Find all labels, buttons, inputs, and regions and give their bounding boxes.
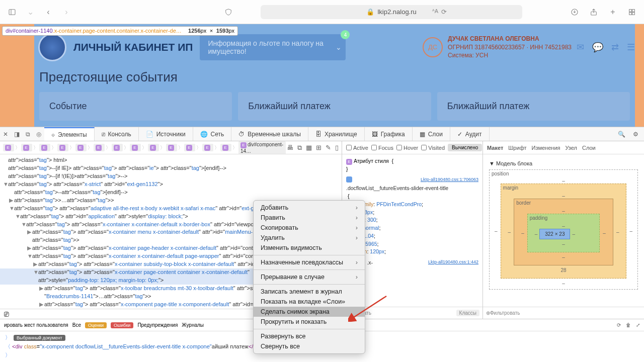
reload-icon[interactable]: ⟳ (441, 8, 447, 16)
context-menu-item[interactable]: Править› (254, 213, 365, 223)
share-icon[interactable] (588, 6, 600, 18)
context-menu-item[interactable]: Сделать снимок экрана (254, 307, 365, 317)
context-menu-item[interactable]: Прерывание в случае› (254, 272, 365, 282)
screen-icon[interactable]: ▦ (306, 144, 312, 152)
site-title: ЛИЧНЫЙ КАБИНЕТ ИП (73, 41, 193, 53)
tab-elements[interactable]: ⟐Элементы (44, 127, 95, 141)
user-meta: ДУЧАК СВЕТЛАНА ОЛЕГОВНА ОГРНИП 318745600… (448, 35, 572, 60)
right-tabs[interactable]: Макет Шрифт Изменения Узел Слои (483, 141, 644, 154)
info-banner[interactable]: 4 Информация о льготе по налогу на имуще… (200, 34, 346, 60)
context-menu-item[interactable]: Добавить› (254, 203, 365, 213)
event-card[interactable]: Ближайший платеж (238, 92, 431, 121)
search-icon[interactable]: 🔍 (616, 129, 627, 140)
svg-rect-4 (629, 9, 632, 12)
svg-rect-0 (9, 9, 15, 15)
tab-layers[interactable]: ▦Слои (413, 127, 450, 141)
context-menu-item[interactable]: Назначенные псевдоклассы› (254, 257, 365, 267)
context-menu-item[interactable]: Записать элемент в журнал (254, 287, 365, 297)
classes-button[interactable]: Классы (456, 310, 479, 316)
clear-console-icon[interactable]: 🗑 (626, 322, 631, 328)
computed-tab[interactable]: Вычислено (448, 144, 482, 151)
grid-icon[interactable]: ⊞ (316, 144, 321, 152)
context-menu-item[interactable]: Развернуть все (254, 331, 365, 341)
context-menu-item[interactable]: Изменить видимость (254, 243, 365, 253)
pseudo-active[interactable]: Active (346, 145, 368, 151)
dom-breadcrumb[interactable]: E〉 E〉 E〉 E〉 E〉 E〉 E〉 E〉 E〉 E〉 E〉 E〉 E〉 E… (0, 141, 342, 154)
event-card[interactable]: Ближайший платеж (437, 92, 630, 121)
context-menu-item[interactable]: Показать на вкладке «Слои» (254, 297, 365, 307)
swap-icon[interactable]: ⇄ (611, 42, 619, 53)
user-avatar[interactable]: ДС (423, 37, 443, 57)
svg-rect-6 (629, 12, 632, 15)
context-menu-item[interactable]: Свернуть все (254, 341, 365, 351)
target-icon[interactable]: ◎ (33, 129, 44, 140)
shield-icon[interactable] (222, 6, 234, 18)
tab-storage[interactable]: 🗄Хранилище (308, 127, 365, 141)
context-menu-item[interactable]: Прокрутить и показать (254, 317, 365, 327)
pseudo-focus[interactable]: Focus (371, 145, 393, 151)
tab-timelines[interactable]: ⏱Временные шкалы (231, 127, 308, 141)
svg-rect-5 (632, 9, 635, 12)
address-bar[interactable]: 🔒 lkip2.nalog.ru ᴬA ⟳ (261, 5, 522, 19)
filter-warnings[interactable]: Предупреждения (137, 322, 178, 328)
reader-icon[interactable]: ᴬA (432, 8, 438, 16)
browser-toolbar: ⌄ ‹ › 🔒 lkip2.nalog.ru ᴬA ⟳ + (0, 0, 644, 24)
svg-rect-7 (632, 12, 635, 15)
new-tab-icon[interactable]: + (607, 6, 619, 18)
dock-pop-icon[interactable]: ⧉ (22, 129, 33, 140)
expand-console-icon[interactable]: ⤢ (636, 322, 640, 328)
tab-console[interactable]: ⎚Консоль (95, 127, 139, 141)
filter-logs[interactable]: Журналы (182, 322, 204, 328)
banner-badge: 4 (341, 30, 350, 39)
menu-icon[interactable]: ☰ (627, 42, 635, 53)
chat-icon[interactable]: 💬 (592, 42, 603, 53)
url-text: lkip2.nalog.ru (377, 8, 416, 16)
event-card[interactable]: Событие (39, 92, 232, 121)
back-icon[interactable]: ‹ (42, 6, 54, 18)
device-icon[interactable]: ▯ (335, 144, 339, 152)
site-logo (38, 33, 66, 61)
events-heading: Предстоящие события (34, 65, 635, 92)
forward-icon[interactable]: › (60, 6, 72, 18)
dock-side-icon[interactable]: ◨ (11, 129, 22, 140)
pseudo-visited[interactable]: Visited (421, 145, 445, 151)
devtools-tabbar: ✕ ◨ ⧉ ◎ ⟐Элементы ⎚Консоль 📄Источники 🌐С… (0, 127, 644, 141)
chevron-down-icon[interactable]: ⌄ (24, 6, 36, 18)
edit-icon[interactable]: ✎ (326, 144, 331, 152)
print-icon[interactable]: 🖶 (287, 144, 293, 152)
close-devtools-icon[interactable]: ✕ (0, 129, 11, 140)
filter-all[interactable]: Все (72, 322, 81, 328)
copy-icon[interactable]: ⧉ (297, 144, 302, 152)
tab-sources[interactable]: 📄Источники (139, 127, 193, 141)
context-menu-item[interactable]: Скопировать› (254, 223, 365, 233)
box-model-diagram: ▼ Модель блока position – – margin – – b… (483, 154, 644, 307)
chevron-down-icon: ⌄ (336, 43, 342, 51)
tabs-grid-icon[interactable] (626, 6, 638, 18)
sidebar-toggle-icon[interactable] (6, 6, 18, 18)
emulate-gesture-label: ировать жест пользователя (4, 322, 68, 328)
gear-icon[interactable]: ⚙ (630, 129, 641, 140)
filter-ratings[interactable]: Оценки (85, 322, 107, 328)
download-icon[interactable] (569, 6, 581, 18)
console-toggle-icon[interactable]: ⎚ (4, 310, 9, 319)
lock-icon: 🔒 (366, 8, 374, 16)
mail-icon[interactable]: ✉ (577, 42, 584, 53)
context-menu-item[interactable]: Удалить› (254, 233, 365, 243)
tab-audit[interactable]: ✓Аудит (450, 127, 490, 141)
context-menu[interactable]: Добавить›Править›Скопировать›Удалить›Изм… (253, 200, 365, 354)
tab-network[interactable]: 🌐Сеть (193, 127, 232, 141)
styles-pseudo-toggles: Active Focus Hover Visited Вычислено (342, 141, 482, 154)
filter-errors[interactable]: Ошибки (111, 322, 133, 328)
tab-graphics[interactable]: 🖼Графика (365, 127, 413, 141)
inspector-tooltip: div#container-1140.x-container.page-cont… (2, 26, 238, 36)
reload-console-icon[interactable]: ⟳ (617, 322, 621, 328)
page-viewport-highlight: ЛИЧНЫЙ КАБИНЕТ ИП 4 Информация о льготе … (0, 24, 644, 127)
pseudo-hover[interactable]: Hover (396, 145, 418, 151)
